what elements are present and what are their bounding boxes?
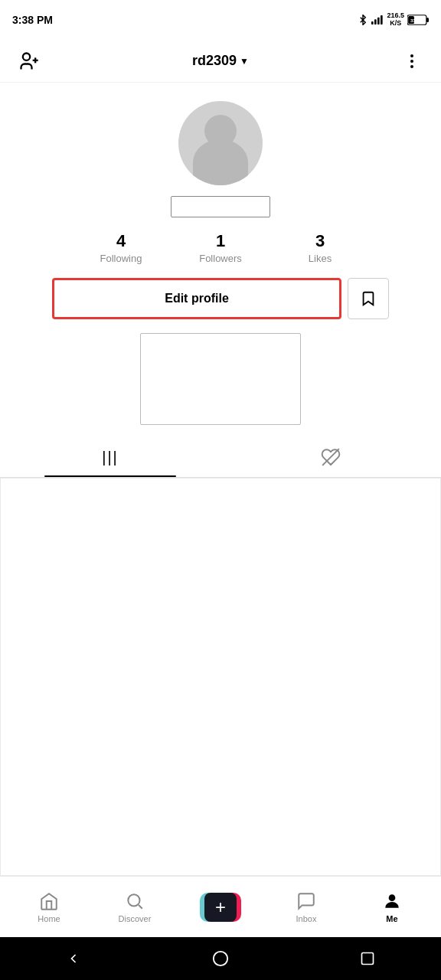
status-left: 3:38 PM [12,14,53,26]
edit-profile-button[interactable]: Edit profile [52,278,341,319]
discover-icon [125,891,145,911]
battery-icon: 31 [407,15,429,25]
create-button[interactable]: + [200,893,241,922]
content-area [0,478,441,876]
profile-section: 4 Following 1 Followers 3 Likes Edit pro… [0,83,441,437]
stat-following[interactable]: 4 Following [71,231,171,264]
more-options-icon [403,52,421,70]
bookmark-button[interactable] [348,278,389,319]
home-button[interactable] [210,948,231,969]
tab-videos[interactable]: ||| [0,437,220,477]
inbox-icon [296,891,316,911]
followers-label: Followers [199,253,242,264]
home-icon [39,891,59,911]
svg-text:31: 31 [410,18,416,23]
svg-point-13 [410,65,413,68]
me-label: Me [386,914,397,923]
following-label: Following [100,253,142,264]
svg-rect-19 [362,953,374,965]
stat-likes[interactable]: 3 Likes [270,231,370,264]
svg-rect-5 [426,18,429,22]
profile-content-box [140,333,301,425]
nav-username[interactable]: rd2309 ▼ [192,53,249,69]
bluetooth-icon [358,15,368,25]
recents-icon [360,951,375,966]
add-friend-button[interactable] [12,44,46,78]
svg-rect-2 [377,18,380,24]
more-options-button[interactable] [395,44,429,78]
stat-followers[interactable]: 1 Followers [171,231,270,264]
dropdown-chevron: ▼ [240,56,249,67]
me-icon [382,891,402,911]
svg-point-12 [410,60,413,63]
following-count: 4 [116,231,126,251]
back-icon [66,951,81,966]
nav-home[interactable]: Home [26,891,72,923]
likes-label: Likes [309,253,332,264]
data-speed: 216.5K/S [387,12,404,28]
avatar-head [204,115,237,147]
username-text: rd2309 [192,53,237,69]
discover-label: Discover [119,914,152,923]
nav-me[interactable]: Me [369,891,415,923]
svg-rect-3 [381,15,383,24]
home-circle-icon [212,950,229,967]
status-right: 216.5K/S 31 [358,12,429,28]
signal-icon [371,15,384,25]
videos-tab-icon: ||| [102,449,119,466]
stats-row: 4 Following 1 Followers 3 Likes [12,231,429,264]
tab-row: ||| [0,437,441,478]
home-label: Home [38,914,60,923]
plus-btn-inner: + [207,895,234,920]
system-nav-bar [0,937,441,980]
likes-count: 3 [315,231,325,251]
svg-point-15 [128,894,139,906]
svg-point-8 [23,53,30,60]
status-time: 3:38 PM [12,14,53,26]
svg-point-18 [214,952,227,965]
back-button[interactable] [63,948,84,969]
avatar [178,101,263,185]
action-row: Edit profile [52,278,389,319]
status-bar: 3:38 PM 216.5K/S 31 [0,0,441,40]
svg-rect-1 [374,19,377,24]
add-friend-icon [18,51,40,72]
username-placeholder [171,196,270,217]
recents-button[interactable] [357,948,378,969]
tab-liked[interactable] [220,437,441,477]
inbox-label: Inbox [296,914,317,923]
svg-line-16 [139,905,142,909]
followers-count: 1 [216,231,225,251]
plus-icon: + [215,898,226,916]
svg-rect-0 [371,21,374,24]
bookmark-icon [360,290,377,307]
nav-create[interactable]: + [198,893,243,922]
avatar-inner [178,101,263,185]
svg-point-11 [410,54,413,57]
liked-tab-icon [321,447,341,467]
top-nav: rd2309 ▼ [0,40,441,83]
svg-point-17 [389,894,396,901]
nav-discover[interactable]: Discover [112,891,158,923]
bottom-nav: Home Discover + Inbox Me [0,876,441,937]
nav-inbox[interactable]: Inbox [283,891,329,923]
